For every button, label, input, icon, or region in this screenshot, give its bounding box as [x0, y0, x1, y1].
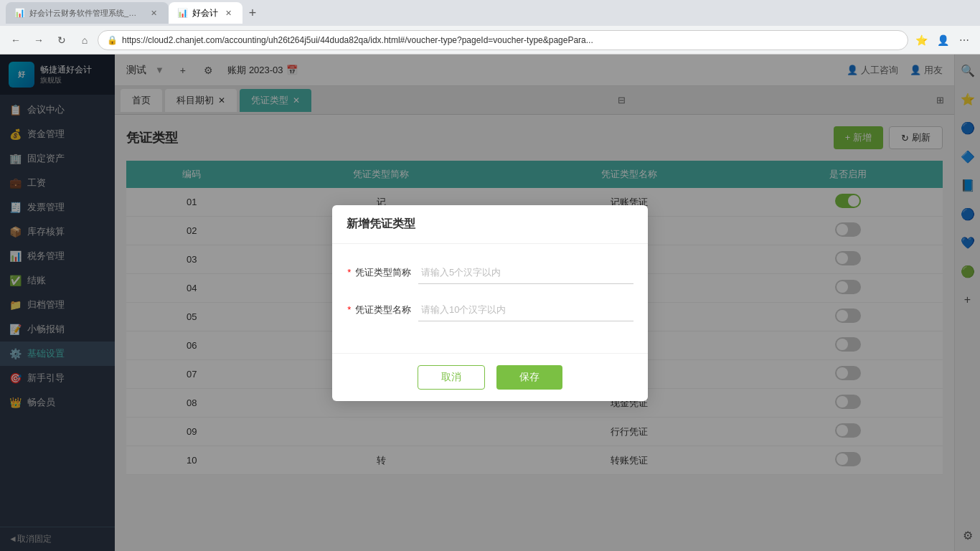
forward-button[interactable]: →	[29, 30, 49, 50]
tab1-favicon: 📊	[14, 8, 25, 18]
browser-actions: ⭐ 👤 ⋯	[911, 30, 974, 50]
tab1-label: 好会计云财务软件管理系统_会计	[29, 8, 144, 19]
tab1-close[interactable]: ✕	[149, 7, 160, 19]
browser-chrome: 📊 好会计云财务软件管理系统_会计 ✕ 📊 好会计 ✕ + ← → ↻ ⌂ 🔒 …	[0, 0, 980, 55]
tab2-close[interactable]: ✕	[222, 7, 234, 19]
modal-overlay: 新增凭证类型 * 凭证类型简称 * 凭证类型名称	[0, 55, 980, 551]
refresh-button[interactable]: ↻	[52, 30, 72, 50]
modal-footer: 取消 保存	[332, 353, 648, 401]
url-text: https://cloud2.chanjet.com/accounting/uh…	[122, 35, 593, 45]
full-name-row: * 凭证类型名称	[347, 298, 633, 321]
browser-tab-2[interactable]: 📊 好会计 ✕	[169, 2, 242, 24]
address-input[interactable]: 🔒 https://cloud2.chanjet.com/accounting/…	[98, 30, 908, 50]
modal-title: 新增凭证类型	[332, 205, 648, 244]
profile-button[interactable]: 👤	[933, 30, 953, 50]
cancel-button[interactable]: 取消	[418, 365, 485, 390]
app-wrapper: 好 畅捷通好会计 旗舰版 📋 会议中心 💰 资金管理 🏢 固定资产 💼 工资	[0, 55, 980, 551]
short-name-label: * 凭证类型简称	[347, 266, 418, 279]
address-bar: ← → ↻ ⌂ 🔒 https://cloud2.chanjet.com/acc…	[0, 26, 980, 55]
full-name-required: *	[347, 304, 351, 315]
full-name-input[interactable]	[418, 298, 633, 321]
modal-body: * 凭证类型简称 * 凭证类型名称	[332, 244, 648, 353]
tab-bar: 📊 好会计云财务软件管理系统_会计 ✕ 📊 好会计 ✕ +	[0, 0, 980, 26]
save-button[interactable]: 保存	[496, 365, 562, 390]
add-voucher-modal: 新增凭证类型 * 凭证类型简称 * 凭证类型名称	[332, 205, 648, 401]
extensions-button[interactable]: ⭐	[911, 30, 931, 50]
new-tab-button[interactable]: +	[242, 3, 263, 23]
tab2-favicon: 📊	[177, 8, 188, 18]
browser-tab-1[interactable]: 📊 好会计云财务软件管理系统_会计 ✕	[6, 2, 169, 24]
tab2-label: 好会计	[192, 7, 218, 19]
short-name-row: * 凭证类型简称	[347, 261, 633, 284]
short-name-required: *	[347, 267, 351, 278]
home-button[interactable]: ⌂	[75, 30, 95, 50]
back-button[interactable]: ←	[6, 30, 26, 50]
full-name-label: * 凭证类型名称	[347, 303, 418, 316]
short-name-input[interactable]	[418, 261, 633, 284]
more-button[interactable]: ⋯	[954, 30, 974, 50]
